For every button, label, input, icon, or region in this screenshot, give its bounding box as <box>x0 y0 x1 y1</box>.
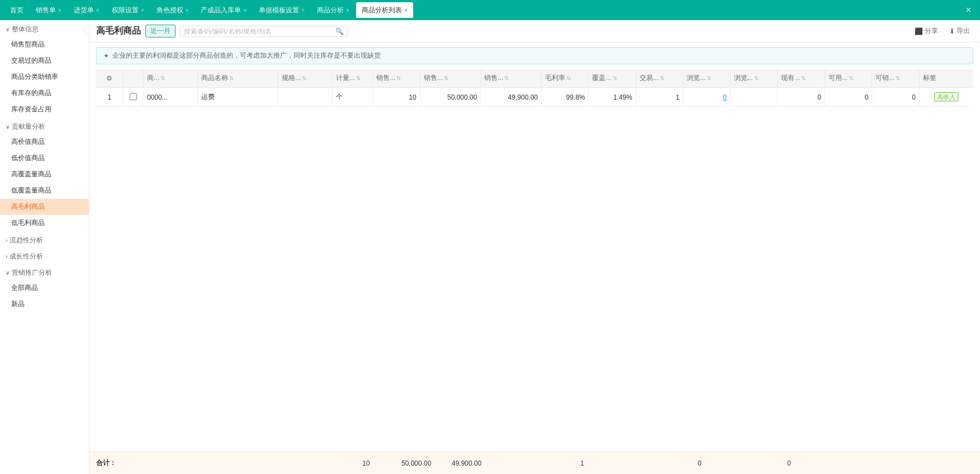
footer-cell-7: 50,000.00 <box>398 459 448 467</box>
table-footer: 合计： 1050,000.0049,900.00100 <box>89 452 980 474</box>
sort-icon: ⇅ <box>504 75 509 81</box>
row-sales-qty: 10 <box>373 88 420 107</box>
section-arrow-icon: ∨ <box>6 26 10 32</box>
tab-close-icon[interactable]: × <box>58 7 61 13</box>
nav-tab-产成品入库单[interactable]: 产成品入库单× <box>195 2 252 18</box>
sidebar-item-交易过的商品[interactable]: 交易过的商品 <box>0 53 89 69</box>
sidebar-item-库存资金占用[interactable]: 库存资金占用 <box>0 101 89 118</box>
table-wrapper[interactable]: ⚙商... ⇅商品名称 ⇅规格... ⇅计量... ⇅销售... ⇅销售... … <box>89 69 980 452</box>
nav-tab-进货单[interactable]: 进货单× <box>68 2 105 18</box>
sidebar-section-贡献量分析[interactable]: ∨贡献量分析 <box>0 118 89 134</box>
sort-icon: ⇅ <box>302 75 306 81</box>
sort-icon: ⇅ <box>896 75 900 81</box>
export-icon: ⬇ <box>949 27 955 35</box>
sidebar-item-商品分类助销率[interactable]: 商品分类助销率 <box>0 69 89 85</box>
sidebar-section-成长性分析[interactable]: ›成长性分析 <box>0 247 89 264</box>
section-arrow-icon: › <box>6 254 7 260</box>
page-title: 高毛利商品 <box>96 25 141 37</box>
sort-icon: ⇅ <box>566 75 571 81</box>
row-checkbox-input[interactable] <box>130 93 137 100</box>
sidebar-section-流趋性分析[interactable]: ›流趋性分析 <box>0 231 89 247</box>
col-header-8[interactable]: 毛利率 ⇅ <box>542 69 589 88</box>
table-settings-header[interactable]: ⚙ <box>96 69 123 88</box>
col-header-4[interactable]: 计量... ⇅ <box>332 69 372 88</box>
tab-close-icon[interactable]: × <box>301 7 305 13</box>
sidebar-item-全部商品[interactable]: 全部商品 <box>0 280 89 296</box>
sidebar-item-低毛利商品[interactable]: 低毛利商品 <box>0 215 89 231</box>
search-input[interactable] <box>184 27 333 35</box>
share-button[interactable]: ⬛ 分享 <box>911 25 941 37</box>
sidebar-item-低价值商品[interactable]: 低价值商品 <box>0 150 89 166</box>
col-header-9[interactable]: 覆盖... ⇅ <box>589 69 636 88</box>
nav-tab-单据模板设置[interactable]: 单据模板设置× <box>253 2 310 18</box>
row-stock-saleable: 0 <box>872 88 919 107</box>
tab-close-icon[interactable]: × <box>96 7 100 13</box>
col-header-14[interactable]: 可用... ⇅ <box>825 69 872 88</box>
period-button[interactable]: 近一月 <box>145 25 176 37</box>
nav-tab-商品分析列表[interactable]: 商品分析列表× <box>356 2 413 18</box>
sort-icon: ⇅ <box>849 75 853 81</box>
section-arrow-icon: › <box>6 237 7 243</box>
nav-tab-角色授权[interactable]: 角色授权× <box>151 2 195 18</box>
row-checkbox[interactable] <box>123 88 143 107</box>
col-header-10[interactable]: 交易... ⇅ <box>636 69 683 88</box>
nav-tab-首页[interactable]: 首页 <box>4 2 29 18</box>
settings-icon[interactable]: ⚙ <box>106 74 112 82</box>
tab-close-icon[interactable]: × <box>404 7 408 13</box>
col-header-11[interactable]: 浏览... ⇅ <box>683 69 730 88</box>
row-sales-cost: 49,900.00 <box>481 88 542 107</box>
export-button[interactable]: ⬇ 导出 <box>946 25 973 37</box>
row-coverage: 1.49% <box>589 88 636 107</box>
row-tag[interactable]: 高收入 <box>919 88 973 107</box>
info-banner: ✦ 企业的主要的利润都是这部分商品创造的，可考虑加大推广，同时关注库存是不要出现… <box>96 47 973 64</box>
col-header-15[interactable]: 可销... ⇅ <box>872 69 919 88</box>
row-unit: 个 <box>332 88 372 107</box>
row-views2 <box>730 88 777 107</box>
sort-icon: ⇅ <box>356 75 361 81</box>
data-table: ⚙商... ⇅商品名称 ⇅规格... ⇅计量... ⇅销售... ⇅销售... … <box>96 69 973 107</box>
tab-close-icon[interactable]: × <box>346 7 349 13</box>
header-actions: ⬛ 分享 ⬇ 导出 <box>911 25 973 37</box>
sort-icon: ⇅ <box>160 75 165 81</box>
share-icon: ⬛ <box>915 27 923 35</box>
nav-tab-权限设置[interactable]: 权限设置× <box>106 2 150 18</box>
footer-cell-16: 0 <box>784 459 828 467</box>
window-close-button[interactable]: × <box>962 5 976 15</box>
sort-icon: ⇅ <box>396 75 401 81</box>
content-area: 高毛利商品 近一月 🔍 ⬛ 分享 ⬇ 导出 ✦ 企业的主要的利润都是这部分商品创… <box>89 20 980 474</box>
col-header-6[interactable]: 销售... ⇅ <box>420 69 481 88</box>
footer-cell-6: 10 <box>359 459 398 467</box>
nav-tab-商品分析[interactable]: 商品分析× <box>311 2 355 18</box>
section-arrow-icon: ∨ <box>6 270 10 276</box>
col-header-0 <box>123 69 143 88</box>
sidebar-item-有库存的商品[interactable]: 有库存的商品 <box>0 85 89 101</box>
table-row: 10000...运费个1050,000.0049,900.0099.8%1.49… <box>96 88 973 107</box>
tab-close-icon[interactable]: × <box>141 7 144 13</box>
sidebar-item-高覆盖量商品[interactable]: 高覆盖量商品 <box>0 166 89 182</box>
col-header-1[interactable]: 商... ⇅ <box>143 69 197 88</box>
row-num: 1 <box>96 88 123 107</box>
sidebar-item-新品[interactable]: 新品 <box>0 296 89 312</box>
col-header-2[interactable]: 商品名称 ⇅ <box>197 69 278 88</box>
col-header-5[interactable]: 销售... ⇅ <box>373 69 420 88</box>
sort-icon: ⇅ <box>613 75 617 81</box>
sidebar-item-低覆盖量商品[interactable]: 低覆盖量商品 <box>0 182 89 199</box>
col-header-3[interactable]: 规格... ⇅ <box>278 69 333 88</box>
col-header-12[interactable]: 浏览... ⇅ <box>730 69 777 88</box>
col-header-7[interactable]: 销售... ⇅ <box>481 69 542 88</box>
sort-icon: ⇅ <box>801 75 806 81</box>
sidebar-item-销售型商品[interactable]: 销售型商品 <box>0 36 89 53</box>
tab-close-icon[interactable]: × <box>186 7 189 13</box>
sidebar-item-高价值商品[interactable]: 高价值商品 <box>0 134 89 150</box>
tab-close-icon[interactable]: × <box>243 7 247 13</box>
footer-cell-8: 49,900.00 <box>448 459 499 467</box>
content-header: 高毛利商品 近一月 🔍 ⬛ 分享 ⬇ 导出 <box>89 20 980 43</box>
col-header-13[interactable]: 现有... ⇅ <box>778 69 825 88</box>
col-header-16: 标签 <box>919 69 973 88</box>
sidebar-item-高毛利商品[interactable]: 高毛利商品 <box>0 199 89 215</box>
sidebar-section-营销推广分析[interactable]: ∨营销推广分析 <box>0 264 89 280</box>
nav-tab-销售单[interactable]: 销售单× <box>30 2 67 18</box>
sidebar-section-整体信息[interactable]: ∨整体信息 <box>0 20 89 36</box>
search-icon[interactable]: 🔍 <box>335 27 344 35</box>
search-box: 🔍 <box>180 26 348 37</box>
